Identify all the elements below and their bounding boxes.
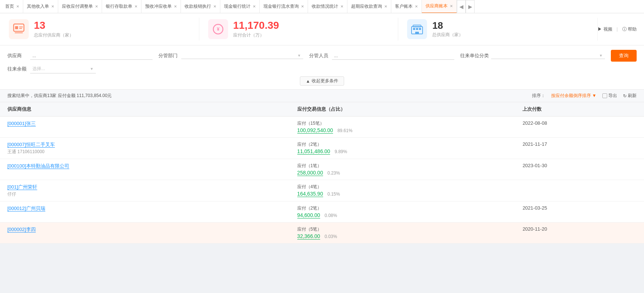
table-header-row: 供应商信息 应付交易信息（占比） 上次付数	[0, 102, 644, 117]
table-row: [001]广州荣轩仔仔应付（4笔）164,635.900.15%	[0, 180, 644, 201]
payable-percent: 0.23%	[328, 170, 340, 176]
supplier-sub-info: 仔仔	[7, 191, 283, 197]
help-link[interactable]: ⓘ 帮助	[622, 26, 637, 32]
video-link[interactable]: ▶ 视频	[598, 26, 612, 32]
last-pay-cell	[515, 180, 644, 201]
payable-info-cell: 应付（5笔）32,366.000.03%	[290, 223, 515, 244]
supplier-info-cell: [001]广州荣轩仔仔	[0, 180, 290, 201]
payable-amount[interactable]: 11,051,486.00	[297, 148, 330, 155]
nav-tab-3[interactable]: 银行存取款单 ✕	[102, 0, 141, 13]
payable-amount[interactable]: 94,600.00	[297, 212, 320, 218]
query-button[interactable]: 查询	[611, 50, 637, 62]
payable-info-cell: 应付（2笔）11,051,486.009.89%	[290, 138, 515, 159]
supplier-link[interactable]: [001]广州荣轩	[7, 184, 37, 190]
refresh-button[interactable]: ↻ 刷新	[623, 93, 637, 99]
payable-percent: 9.89%	[335, 149, 347, 154]
nav-tab-1[interactable]: 其他收入单 ✕	[23, 0, 58, 13]
summary-text-total-payable: 11,170.39 应付合计（万）	[233, 20, 279, 38]
nav-tab-4-label: 预收冲应收单	[145, 3, 172, 10]
nav-tab-11[interactable]: 供应商账本 ✕	[422, 0, 457, 13]
balance-select[interactable]: 选择... ▼	[30, 65, 96, 73]
separator: |	[617, 27, 618, 32]
nav-tab-5-close[interactable]: ✕	[213, 4, 216, 8]
supplier-info-cell: [000002]李四	[0, 223, 290, 244]
payable-amount[interactable]: 32,366.00	[297, 233, 320, 239]
payable-info-cell: 应付（2笔）94,600.000.08%	[290, 201, 515, 223]
svg-rect-9	[416, 28, 418, 30]
col-last-pay: 上次付数	[515, 102, 644, 117]
payable-label: 应付（5笔）	[297, 226, 508, 232]
nav-tab-10[interactable]: 客户账本 ✕	[391, 0, 422, 13]
total-suppliers-icon	[407, 19, 427, 39]
svg-text:¥: ¥	[217, 26, 220, 32]
nav-tab-2[interactable]: 应收应付调整单 ✕	[58, 0, 102, 13]
last-pay-date: 2022-08-08	[522, 120, 547, 126]
payable-percent: 89.61%	[337, 128, 353, 133]
table-row: [000007]恒旺二手叉车王通 17106110000应付（2笔）11,051…	[0, 138, 644, 159]
supplier-link[interactable]: [000001]张三	[7, 121, 36, 127]
payable-label: 应付（1笔）	[297, 163, 508, 169]
person-input[interactable]	[332, 52, 454, 60]
payable-amount[interactable]: 100,092,540.00	[297, 127, 333, 134]
nav-prev-arrow[interactable]: ◀	[457, 0, 466, 13]
supplier-info-cell: [000012]广州贝瑞	[0, 201, 290, 223]
supplier-link[interactable]: [000007]恒旺二手叉车	[7, 142, 55, 148]
nav-tab-6-close[interactable]: ✕	[253, 4, 256, 8]
supplier-link[interactable]: [000002]李四	[7, 227, 36, 232]
category-select[interactable]: ▼	[491, 52, 605, 59]
total-payable-label: 应付合计（万）	[233, 32, 279, 38]
result-summary-text: 搜索结果中，供应商13家 应付金额 111,703,854.00元	[7, 93, 112, 99]
supplier-link[interactable]: [000100]本特勤油品有限公司	[7, 163, 69, 169]
payable-label: 应付（15笔）	[297, 120, 508, 127]
last-pay-cell: 2022-08-08	[515, 117, 644, 138]
collapse-label: 收起更多条件	[312, 78, 338, 84]
nav-tab-3-label: 银行存取款单	[106, 3, 132, 10]
balance-placeholder: 选择...	[32, 66, 45, 72]
total-payable-icon: ¥	[208, 19, 228, 39]
export-label: 导出	[608, 93, 617, 99]
nav-tab-8-close[interactable]: ✕	[340, 4, 343, 8]
nav-tab-7-label: 现金银行流水查询	[263, 3, 299, 10]
payable-percent: 0.15%	[328, 192, 340, 197]
payable-amount[interactable]: 258,000.00	[297, 170, 323, 176]
nav-tab-3-close[interactable]: ✕	[134, 4, 137, 8]
nav-tab-8[interactable]: 收款情况统计 ✕	[308, 0, 347, 13]
nav-tab-1-close[interactable]: ✕	[51, 4, 54, 8]
export-button[interactable]: 导出	[602, 93, 617, 99]
nav-tab-6[interactable]: 现金银行统计 ✕	[220, 0, 260, 13]
supplier-input[interactable]	[30, 52, 153, 60]
dept-select[interactable]: ▼	[181, 52, 304, 59]
nav-next-arrow[interactable]: ▶	[466, 0, 475, 13]
sort-value[interactable]: 按应付余额倒序排序 ▼	[551, 93, 596, 99]
collapse-button[interactable]: ▲ 收起更多条件	[300, 76, 344, 86]
payable-label: 应付（4笔）	[297, 184, 508, 190]
payable-percent: 0.03%	[325, 234, 337, 239]
last-pay-date: 2020-11-20	[522, 226, 547, 232]
nav-tab-9[interactable]: 超期应收款查询 ✕	[347, 0, 391, 13]
summary-card-total-payable: ¥ 11,170.39 应付合计（万）	[199, 18, 399, 41]
filter-item-category: 往来单位分类 ▼	[460, 52, 605, 59]
nav-tab-4[interactable]: 预收冲应收单 ✕	[141, 0, 181, 13]
nav-tab-9-close[interactable]: ✕	[384, 4, 387, 8]
top-nav: 首页 ✕ 其他收入单 ✕ 应收应付调整单 ✕ 银行存取款单 ✕ 预收冲应收单 ✕…	[0, 0, 644, 13]
total-suppliers-label: 总供应商（家）	[432, 32, 463, 38]
nav-tab-1-label: 其他收入单	[27, 3, 49, 10]
nav-tab-11-close[interactable]: ✕	[450, 4, 453, 8]
nav-tab-7[interactable]: 现金银行流水查询 ✕	[260, 0, 308, 13]
table-row: [000002]李四应付（5笔）32,366.000.03%2020-11-20	[0, 223, 644, 244]
nav-tab-5[interactable]: 收款核销执行 ✕	[181, 0, 220, 13]
summary-text-payable-suppliers: 13 总应付供应商（家）	[34, 20, 74, 38]
last-pay-cell: 2021-03-25	[515, 201, 644, 223]
summary-right-links: ▶ 视频 | ⓘ 帮助	[598, 26, 644, 32]
nav-tab-home-close[interactable]: ✕	[16, 4, 19, 8]
nav-tab-7-close[interactable]: ✕	[301, 4, 304, 8]
nav-tab-2-close[interactable]: ✕	[95, 4, 98, 8]
nav-tab-home[interactable]: 首页 ✕	[1, 0, 23, 13]
nav-tab-10-close[interactable]: ✕	[415, 4, 418, 8]
nav-tab-4-close[interactable]: ✕	[174, 4, 177, 8]
last-pay-cell: 2021-11-17	[515, 138, 644, 159]
supplier-link[interactable]: [000012]广州贝瑞	[7, 206, 45, 211]
nav-tab-8-label: 收款情况统计	[312, 3, 338, 10]
payable-amount[interactable]: 164,635.90	[297, 191, 323, 197]
data-table: 供应商信息 应付交易信息（占比） 上次付数 [000001]张三应付（15笔）1…	[0, 102, 644, 244]
